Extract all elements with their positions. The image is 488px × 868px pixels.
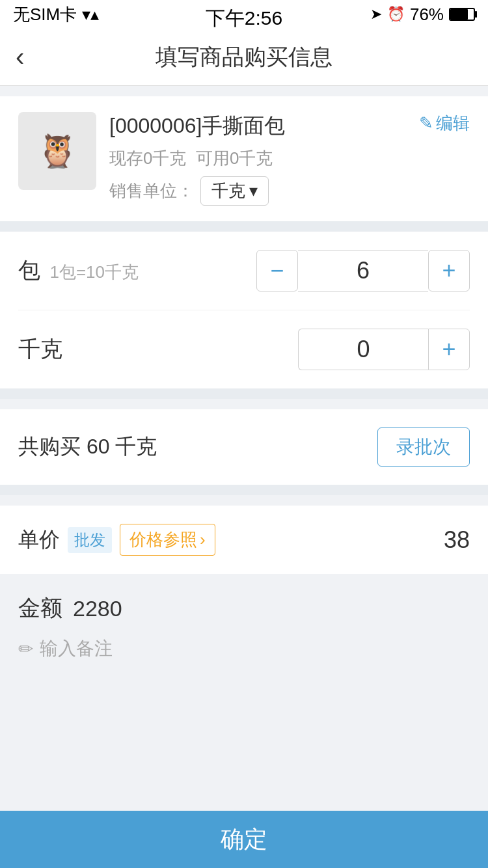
- product-card: 🦉 [0000006]手撕面包 现存0千克 可用0千克 销售单位： 千克 ▾ ✎…: [0, 96, 488, 221]
- price-label: 单价: [18, 526, 60, 554]
- pack-label: 包: [18, 258, 40, 282]
- pack-plus-button[interactable]: +: [428, 250, 470, 292]
- wifi-icon: ▾▴: [82, 5, 99, 25]
- remark-row[interactable]: ✏ 输入备注: [18, 636, 470, 661]
- price-ref-button[interactable]: 价格参照 ›: [120, 524, 215, 556]
- product-unit-row: 销售单位： 千克 ▾: [109, 176, 470, 206]
- price-value: 38: [444, 526, 470, 554]
- divider-2: [0, 388, 488, 399]
- status-bar: 无SIM卡 ▾▴ 下午2:56 ➤ ⏰ 76%: [0, 0, 488, 29]
- product-logo: 🦉: [37, 132, 77, 170]
- status-time: 下午2:56: [206, 5, 282, 32]
- back-button[interactable]: ‹: [16, 42, 24, 72]
- amount-row: 金额 2280: [18, 593, 470, 623]
- total-label: 共购买 60 千克: [18, 433, 157, 461]
- product-image: 🦉: [18, 112, 96, 190]
- battery-percent: 76%: [410, 5, 444, 25]
- product-stock: 现存0千克 可用0千克: [109, 147, 470, 170]
- kg-quantity-control: +: [298, 329, 470, 370]
- price-label-row: 单价 批发 价格参照 ›: [18, 524, 215, 556]
- pack-sublabel: 1包=10千克: [49, 262, 139, 282]
- product-info: [0000006]手撕面包 现存0千克 可用0千克 销售单位： 千克 ▾: [109, 112, 470, 206]
- carrier-text: 无SIM卡: [13, 3, 77, 26]
- unit-select[interactable]: 千克 ▾: [200, 176, 269, 206]
- divider-3: [0, 485, 488, 495]
- remark-placeholder: 输入备注: [40, 636, 113, 661]
- pack-row: 包 1包=10千克 − +: [18, 232, 470, 310]
- confirm-button[interactable]: 确定: [221, 824, 267, 856]
- kg-row: 千克 +: [18, 310, 470, 388]
- pack-label-group: 包 1包=10千克: [18, 256, 139, 286]
- kg-label: 千克: [18, 336, 62, 361]
- batch-button[interactable]: 录批次: [377, 427, 470, 467]
- pack-quantity-control: − +: [256, 250, 470, 292]
- battery-icon: [449, 8, 475, 21]
- kg-label-group: 千克: [18, 334, 62, 364]
- chevron-right-icon: ›: [200, 530, 206, 550]
- confirm-bar[interactable]: 确定: [0, 811, 488, 868]
- pack-quantity-input[interactable]: [298, 250, 428, 292]
- edit-button[interactable]: ✎ 编辑: [419, 112, 470, 135]
- total-section: 共购买 60 千克 录批次: [0, 409, 488, 485]
- unit-label: 销售单位：: [109, 180, 194, 202]
- dropdown-icon: ▾: [249, 181, 258, 201]
- quantity-section: 包 1包=10千克 − + 千克 +: [0, 232, 488, 388]
- amount-value: 2280: [73, 596, 122, 621]
- divider-1: [0, 221, 488, 232]
- kg-quantity-input[interactable]: [298, 329, 428, 370]
- location-icon: ➤: [370, 6, 382, 23]
- alarm-icon: ⏰: [387, 6, 405, 23]
- product-name: [0000006]手撕面包: [109, 112, 470, 141]
- price-section: 单价 批发 价格参照 › 38: [0, 506, 488, 574]
- status-right: ➤ ⏰ 76%: [370, 5, 475, 25]
- pack-minus-button[interactable]: −: [256, 250, 298, 292]
- pencil-icon: ✏: [18, 638, 33, 660]
- edit-icon: ✎: [419, 113, 433, 133]
- amount-section: 金额 2280 ✏ 输入备注: [0, 575, 488, 679]
- status-left: 无SIM卡 ▾▴: [13, 3, 99, 26]
- amount-label: 金额: [18, 593, 62, 623]
- nav-bar: ‹ 填写商品购买信息: [0, 29, 488, 86]
- page-title: 填写商品购买信息: [156, 42, 332, 72]
- kg-plus-button[interactable]: +: [428, 329, 470, 370]
- price-tag: 批发: [68, 527, 112, 553]
